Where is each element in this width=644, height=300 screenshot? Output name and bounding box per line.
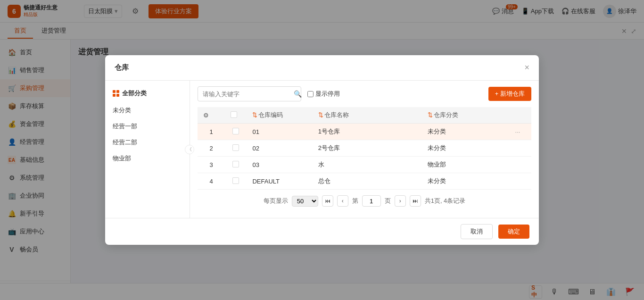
row-1-check[interactable] [225, 124, 247, 140]
add-warehouse-button[interactable]: + 新增仓库 [488, 87, 531, 101]
first-page-btn[interactable]: ⏮ [322, 195, 333, 207]
prev-page-btn[interactable]: ‹ [337, 195, 348, 207]
warehouse-table: ⚙ ⇅仓库编码 ⇅仓库名称 [198, 107, 531, 190]
row-4-name: 总仓 [313, 173, 422, 190]
modal-header: 仓库 × [105, 55, 539, 81]
category-item-unclassified[interactable]: 未分类 [105, 102, 190, 118]
row-4-num: 4 [198, 173, 225, 190]
col-actions-header [504, 107, 531, 124]
category-item-ops2[interactable]: 经营二部 [105, 134, 190, 150]
row-2-code: 02 [247, 140, 312, 157]
row-3-code: 03 [247, 157, 312, 173]
row-2-actions[interactable] [504, 140, 531, 157]
sort-code-icon[interactable]: ⇅ [252, 111, 257, 118]
modal-close-button[interactable]: × [524, 63, 529, 73]
search-icon[interactable]: 🔍 [294, 90, 302, 98]
confirm-button[interactable]: 确定 [498, 225, 529, 239]
row-1-category: 未分类 [422, 124, 504, 140]
gear-settings-icon[interactable]: ⚙ [203, 112, 209, 119]
search-input[interactable] [198, 86, 301, 101]
pagination-bar: 每页显示 50 100 200 ⏮ ‹ 第 页 › ⏭ 共1页, 4条记录 [198, 190, 531, 212]
row-1-checkbox[interactable] [232, 128, 239, 134]
row-2-category: 未分类 [422, 140, 504, 157]
col-category-header: ⇅仓库分类 [422, 107, 504, 124]
row-3-name: 水 [313, 157, 422, 173]
col-name-header: ⇅仓库名称 [313, 107, 422, 124]
row-4-category: 未分类 [422, 173, 504, 190]
right-panel: 🔍 显示停用 + 新增仓库 ⚙ [190, 81, 539, 218]
cancel-button[interactable]: 取消 [461, 224, 493, 239]
row-2-check[interactable] [225, 140, 247, 157]
page-number-input[interactable] [362, 195, 381, 207]
warehouse-modal: 仓库 × 全部分类 未分类 经营一部 经营二部 物业部 《 [105, 55, 539, 245]
next-page-btn[interactable]: › [395, 195, 406, 207]
row-1-num: 1 [198, 124, 225, 140]
collapse-panel-btn[interactable]: 《 [185, 145, 194, 154]
table-row[interactable]: 2 02 2号仓库 未分类 [198, 140, 531, 157]
col-gear-header: ⚙ [198, 107, 225, 124]
table-container: ⚙ ⇅仓库编码 ⇅仓库名称 [198, 107, 531, 190]
modal-body: 全部分类 未分类 经营一部 经营二部 物业部 《 🔍 显示停用 [105, 81, 539, 218]
all-category-label: 全部分类 [122, 89, 147, 98]
row-3-category: 物业部 [422, 157, 504, 173]
table-header-row: ⚙ ⇅仓库编码 ⇅仓库名称 [198, 107, 531, 124]
category-item-ops1[interactable]: 经营一部 [105, 118, 190, 134]
row-4-check[interactable] [225, 173, 247, 190]
row-2-checkbox[interactable] [232, 144, 239, 151]
show-disabled-checkbox-label[interactable]: 显示停用 [307, 90, 340, 98]
select-all-checkbox[interactable] [231, 111, 237, 118]
all-category-header[interactable]: 全部分类 [105, 86, 190, 102]
row-2-num: 2 [198, 140, 225, 157]
left-panel: 全部分类 未分类 经营一部 经营二部 物业部 《 [105, 81, 190, 218]
last-page-btn[interactable]: ⏭ [410, 195, 421, 207]
col-check-header [225, 107, 247, 124]
row-3-actions[interactable] [504, 157, 531, 173]
row-3-check[interactable] [225, 157, 247, 173]
row-2-name: 2号仓库 [313, 140, 422, 157]
row-1-code: 01 [247, 124, 312, 140]
row-1-more-icon[interactable]: ··· [515, 128, 520, 135]
category-item-property[interactable]: 物业部 [105, 150, 190, 167]
row-1-name: 1号仓库 [313, 124, 422, 140]
modal-overlay: 仓库 × 全部分类 未分类 经营一部 经营二部 物业部 《 [0, 0, 644, 300]
page-label: 第 [352, 197, 358, 205]
modal-title: 仓库 [115, 63, 129, 72]
row-4-checkbox[interactable] [232, 177, 239, 184]
page-size-select[interactable]: 50 100 200 [292, 196, 318, 207]
page-total: 共1页, 4条记录 [425, 197, 466, 205]
sort-category-icon[interactable]: ⇅ [428, 111, 433, 118]
col-code-header: ⇅仓库编码 [247, 107, 312, 124]
row-4-code: DEFAULT [247, 173, 312, 190]
table-header: ⚙ ⇅仓库编码 ⇅仓库名称 [198, 107, 531, 124]
row-4-actions[interactable] [504, 173, 531, 190]
page-unit: 页 [385, 197, 391, 205]
table-toolbar: 🔍 显示停用 + 新增仓库 [198, 86, 531, 101]
show-disabled-label: 显示停用 [315, 90, 340, 98]
grid-icon [113, 90, 119, 97]
table-row[interactable]: 4 DEFAULT 总仓 未分类 [198, 173, 531, 190]
per-page-label: 每页显示 [264, 197, 288, 205]
row-1-actions[interactable]: ··· [504, 124, 531, 140]
table-body: 1 01 1号仓库 未分类 ··· 2 [198, 124, 531, 190]
row-3-num: 3 [198, 157, 225, 173]
sort-name-icon[interactable]: ⇅ [318, 111, 323, 118]
modal-footer: 取消 确定 [105, 218, 539, 245]
table-row[interactable]: 3 03 水 物业部 [198, 157, 531, 173]
row-3-checkbox[interactable] [232, 161, 239, 167]
table-row[interactable]: 1 01 1号仓库 未分类 ··· [198, 124, 531, 140]
show-disabled-checkbox[interactable] [307, 91, 314, 97]
